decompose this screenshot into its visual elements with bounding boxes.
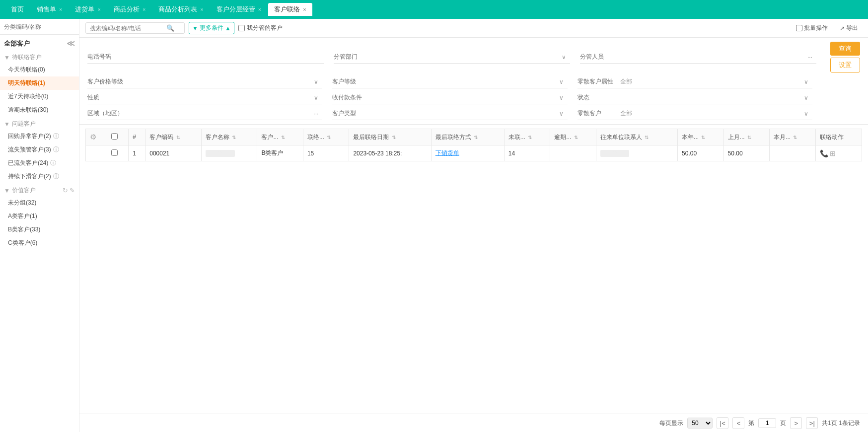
nav-purchase-order-close[interactable]: × bbox=[97, 6, 100, 12]
sort-icon-this-month[interactable]: ⇅ bbox=[793, 135, 797, 140]
sidebar-item-a-class[interactable]: A类客户(1) bbox=[0, 210, 79, 223]
sidebar-item-ungrouped[interactable]: 未分组(32) bbox=[0, 196, 79, 210]
page-number-input[interactable] bbox=[758, 418, 776, 428]
export-button[interactable]: ↗ 导出 bbox=[836, 22, 862, 34]
filter-retail-attr-wrapper[interactable]: 全部 ∨ bbox=[620, 77, 808, 86]
sort-icon-company-contact[interactable]: ⇅ bbox=[645, 135, 649, 140]
cell-checkbox bbox=[107, 145, 129, 161]
sort-icon-overdue[interactable]: ⇅ bbox=[574, 135, 578, 140]
sort-icon-type[interactable]: ⇅ bbox=[281, 135, 285, 140]
filter-manager-select-wrapper[interactable]: ··· bbox=[623, 54, 812, 61]
filter-status-wrapper[interactable]: ∨ bbox=[620, 94, 808, 101]
filter-phone-input[interactable] bbox=[130, 54, 320, 61]
main-search-icon[interactable]: 🔍 bbox=[166, 24, 174, 32]
last-page-button[interactable]: >| bbox=[806, 417, 818, 429]
th-overdue[interactable]: 逾期... ⇅ bbox=[550, 129, 596, 145]
reset-button[interactable]: 设置 bbox=[830, 58, 860, 72]
filter-row-4: 区域（地区） ··· 客户类型 ∨ 零散客户 bbox=[87, 107, 860, 120]
nav-customer-stratification[interactable]: 客户分层经营 × bbox=[211, 3, 267, 16]
sidebar-item-repurchase-abnormal[interactable]: 回购异常客户(2) ⓘ bbox=[0, 130, 79, 143]
sort-icon-code[interactable]: ⇅ bbox=[176, 135, 180, 140]
filter-customer-type-wrapper[interactable]: ∨ bbox=[375, 110, 563, 117]
filter-payment-wrapper[interactable]: ∨ bbox=[375, 94, 563, 101]
main-search-input[interactable] bbox=[90, 25, 164, 32]
th-last-contact-method[interactable]: 最后联络方式 ⇅ bbox=[431, 129, 504, 145]
th-customer-type[interactable]: 客户... ⇅ bbox=[257, 129, 303, 145]
sidebar-search-input[interactable] bbox=[4, 23, 78, 30]
nav-purchase-order[interactable]: 进货单 × bbox=[69, 3, 106, 16]
sidebar-item-churned[interactable]: 已流失客户(24) ⓘ bbox=[0, 156, 79, 170]
sidebar-item-b-class[interactable]: B类客户(33) bbox=[0, 223, 79, 236]
nav-product-analysis[interactable]: 商品分析 × bbox=[108, 3, 151, 16]
sidebar-item-declining[interactable]: 持续下滑客户(2) ⓘ bbox=[0, 170, 79, 183]
cell-index: 1 bbox=[129, 145, 145, 161]
last-contact-method-link[interactable]: 下销货单 bbox=[435, 149, 459, 156]
more-conditions-button[interactable]: ▼ 更多条件 ▲ bbox=[189, 22, 234, 34]
action-more-icon[interactable]: ⊞ bbox=[830, 149, 836, 157]
filter-region-wrapper[interactable]: ··· bbox=[130, 110, 318, 117]
edit-icon[interactable]: ✎ bbox=[70, 187, 75, 194]
next-page-button[interactable]: > bbox=[790, 417, 802, 429]
batch-operation-button[interactable]: 批量操作 bbox=[792, 22, 832, 34]
nav-sales-order[interactable]: 销售单 × bbox=[31, 3, 68, 16]
all-customers-collapse[interactable]: ≪ bbox=[67, 39, 75, 48]
page-label: 第 bbox=[748, 419, 754, 428]
nav-product-analysis-list[interactable]: 商品分析列表 × bbox=[152, 3, 209, 16]
sidebar-item-overdue-pending[interactable]: 逾期未联络(30) bbox=[0, 103, 79, 117]
sidebar-item-today-pending[interactable]: 今天待联络(0) bbox=[0, 63, 79, 76]
filter-nature-wrapper[interactable]: ∨ bbox=[130, 94, 318, 101]
th-last-contact-date[interactable]: 最后联络日期 ⇅ bbox=[349, 129, 431, 145]
batch-select-all[interactable] bbox=[796, 25, 802, 31]
filter-nature-chevron: ∨ bbox=[314, 94, 318, 101]
filter-retail-customer-wrapper[interactable]: 全部 ∨ bbox=[620, 109, 808, 118]
th-company-contact[interactable]: 往来单位联系人 ⇅ bbox=[596, 129, 677, 145]
sort-icon-no-contact[interactable]: ⇅ bbox=[528, 135, 532, 140]
select-all-checkbox[interactable] bbox=[111, 133, 118, 140]
sort-icon-name[interactable]: ⇅ bbox=[232, 135, 236, 140]
query-button[interactable]: 查询 bbox=[830, 42, 860, 56]
filter-price-level-chevron: ∨ bbox=[314, 78, 318, 85]
first-page-button[interactable]: |< bbox=[717, 417, 728, 429]
filter-price-level-wrapper[interactable]: ∨ bbox=[130, 78, 318, 85]
refresh-icon[interactable]: ↻ bbox=[63, 187, 68, 194]
nav-customer-contact[interactable]: 客户联络 × bbox=[268, 3, 312, 16]
sidebar-item-tomorrow-pending[interactable]: 明天待联络(1) bbox=[0, 76, 79, 90]
nav-product-analysis-list-close[interactable]: × bbox=[200, 6, 203, 12]
action-phone-icon[interactable]: 📞 bbox=[820, 149, 828, 157]
sidebar-item-c-class[interactable]: C类客户(6) bbox=[0, 236, 79, 250]
filter-customer-grade-wrapper[interactable]: ∨ bbox=[375, 78, 563, 85]
th-this-year[interactable]: 本年... ⇅ bbox=[678, 129, 723, 145]
sort-icon-this-year[interactable]: ⇅ bbox=[701, 135, 705, 140]
my-customers-checkbox[interactable] bbox=[238, 25, 245, 31]
nav-customer-stratification-close[interactable]: × bbox=[258, 6, 261, 12]
filter-region-dots[interactable]: ··· bbox=[313, 110, 318, 117]
prev-page-button[interactable]: < bbox=[732, 417, 744, 429]
sort-icon-date[interactable]: ⇅ bbox=[392, 135, 396, 140]
nav-home[interactable]: 首页 bbox=[5, 3, 30, 16]
th-contact[interactable]: 联络... ⇅ bbox=[303, 129, 349, 145]
sidebar-item-7day-pending[interactable]: 近7天待联络(0) bbox=[0, 90, 79, 103]
th-customer-code[interactable]: 客户编码 ⇅ bbox=[145, 129, 202, 145]
data-table: ⚙ # 客户编码 ⇅ 客户名称 bbox=[85, 129, 862, 161]
th-no-contact[interactable]: 未联... ⇅ bbox=[504, 129, 550, 145]
row-checkbox[interactable] bbox=[111, 149, 118, 156]
sort-icon-contact[interactable]: ⇅ bbox=[327, 135, 331, 140]
all-customers-header[interactable]: 全部客户 ≪ bbox=[0, 35, 79, 50]
th-customer-name[interactable]: 客户名称 ⇅ bbox=[201, 129, 257, 145]
sidebar-item-churn-warning[interactable]: 流失预警客户(3) ⓘ bbox=[0, 143, 79, 156]
sort-icon-method[interactable]: ⇅ bbox=[474, 135, 478, 140]
th-last-month[interactable]: 上月... ⇅ bbox=[723, 129, 769, 145]
nav-sales-order-close[interactable]: × bbox=[59, 6, 62, 12]
nav-product-analysis-close[interactable]: × bbox=[143, 6, 145, 12]
per-page-select[interactable]: 50 10 20 100 bbox=[687, 418, 713, 429]
filter-manager-dots[interactable]: ··· bbox=[807, 54, 812, 61]
sort-icon-last-month[interactable]: ⇅ bbox=[747, 135, 751, 140]
nav-customer-contact-close[interactable]: × bbox=[303, 6, 306, 12]
filter-dept-chevron: ∨ bbox=[562, 54, 566, 61]
cell-customer-type: B类客户 bbox=[257, 145, 303, 161]
my-customers-checkbox-label[interactable]: 我分管的客户 bbox=[238, 24, 283, 32]
gear-icon[interactable]: ⚙ bbox=[90, 133, 96, 141]
th-this-month[interactable]: 本月... ⇅ bbox=[770, 129, 815, 145]
cell-customer-code: 000021 bbox=[145, 145, 202, 161]
filter-dept-select-wrapper[interactable]: ∨ bbox=[376, 54, 566, 61]
